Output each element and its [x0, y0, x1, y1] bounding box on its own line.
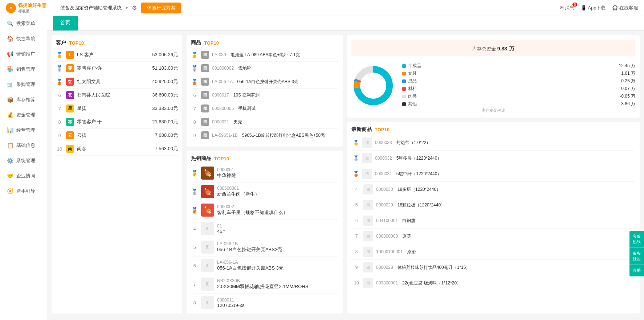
product-info: 01 45# — [217, 223, 338, 234]
customer-amount: 40,925.00元 — [152, 78, 178, 85]
product-name: 封边带（1.0*22） — [396, 140, 634, 146]
sidebar-label-basic: 基础信息 — [16, 142, 35, 149]
sidebar-item-marketing[interactable]: 📢 营销推广 — [0, 46, 47, 62]
product-img-placeholder: 图 — [201, 64, 209, 72]
app-download-button[interactable]: 📱 App下载 — [581, 5, 606, 11]
product-img-placeholder: 图 — [201, 91, 209, 99]
hot-product-row: 4 图 01 45# — [191, 220, 338, 238]
customer-name: 星扬 — [77, 105, 149, 112]
hot-product-row: 5 图 LA-056-1B 056-1B白色按键开关壳ABS2壳 — [191, 238, 338, 257]
sidebar-item-system[interactable]: ⚙️ 系统管理 — [0, 153, 47, 168]
product-code: LA-056-1A — [217, 260, 338, 265]
product-code: 0000028 — [376, 265, 393, 270]
customer-name: 零售客户-于 — [77, 119, 149, 125]
gear-icon[interactable]: ⚙ — [132, 4, 137, 11]
product-image: 图 — [201, 241, 214, 254]
customer-amount: 21,680.00元 — [152, 119, 178, 125]
product-info: 0000011 12070519-xs — [217, 298, 338, 308]
system-name: 装备及固定资产辅助管理系统 — [60, 5, 122, 11]
product-name: 新西兰牛肉（新牛） — [217, 191, 338, 197]
rank-number: 6 — [191, 263, 198, 268]
product-name: 手机测试 — [238, 106, 338, 112]
customer-name: 苍南县人民医院 — [77, 92, 149, 98]
system-selector[interactable]: 装备及固定资产辅助管理系统 ▼ ⚙ — [60, 4, 137, 11]
rank-number: 10 — [56, 146, 63, 152]
rank-number: 8 — [191, 300, 198, 305]
top-right-nav: ✉ 6 消息 📱 App下载 🎧 在线客服 — [560, 5, 638, 11]
new-product-row: 8 图 10000100001 原垄 — [351, 244, 635, 260]
product-img: 图 — [363, 231, 373, 241]
new-product-row: 🥉 图 0000031 5层中纤（1220*2440） — [351, 166, 635, 182]
product-code: 0000030 — [376, 187, 393, 192]
product-img: 图 — [362, 138, 372, 148]
medal-bronze-icon: 🥉 — [191, 207, 198, 214]
sidebar-item-purchase[interactable]: 🛒 采购管理 — [0, 77, 47, 92]
product-code: 000800005 — [212, 106, 234, 111]
product-name: 原垄 — [407, 249, 634, 255]
product-image: 图 — [201, 259, 214, 272]
sidebar-label-operation: 经营管理 — [16, 127, 35, 134]
medal-bronze-icon: 🥉 — [191, 78, 198, 85]
hot-products-panel: 热销商品 TOP10 🥇 🍖 0000001 中华神雕 🥈 🍖 00050000… — [187, 151, 343, 313]
guide-icon: 🧭 — [7, 188, 13, 194]
customer-badge: 云 — [66, 131, 74, 139]
legend-value: 12.45 万 — [619, 63, 635, 69]
hot-product-rows: 🥇 🍖 0000001 中华神雕 🥈 🍖 000500001 新西兰牛肉（新牛）… — [191, 164, 338, 309]
content-area: 客户 TOP10 🥇 L LS 客户 53,006.26元 🥈 零 零售客户-许… — [47, 31, 644, 318]
messages-button[interactable]: ✉ 6 消息 — [560, 5, 575, 11]
new-product-row: 6 图 004100001 白钢垫 — [351, 213, 635, 229]
float-btn-service[interactable]: 客服热线 — [629, 231, 644, 248]
sidebar-label-purchase: 采购管理 — [16, 81, 35, 88]
float-buttons: 客服热线 服务社区 直播 — [629, 231, 644, 276]
sidebar-item-basic[interactable]: 📋 基础信息 — [0, 138, 47, 153]
sidebar-item-finance[interactable]: 💰 资金管理 — [0, 107, 47, 123]
legend-item: 其他 — [402, 101, 421, 107]
hot-product-row: 8 图 0000011 12070519-xs — [191, 294, 338, 309]
legend-dot — [402, 72, 406, 75]
product-code: 0000032 — [375, 156, 392, 161]
sidebar-item-operation[interactable]: 📊 经营管理 — [0, 123, 47, 138]
home-icon: 🏠 — [7, 36, 13, 42]
product-info: LA-056-1A 056-1A白色按键开关盖ABS 3壳 — [217, 260, 338, 271]
purchase-icon: 🛒 — [7, 81, 13, 88]
legend-dot — [402, 64, 406, 68]
rank-number: 8 — [353, 249, 360, 254]
dropdown-arrow-icon: ▼ — [125, 5, 129, 11]
sidebar-item-guide[interactable]: 🧭 新手引导 — [0, 184, 47, 199]
top-bar: ✦ 畅捷通好生意 标准版 装备及固定资产辅助管理系统 ▼ ⚙ 体验行业方案 ✉ … — [0, 0, 644, 16]
sidebar-item-collab[interactable]: 🤝 企业协同 — [0, 168, 47, 184]
customer-badge: 尚 — [66, 145, 74, 153]
sidebar-label-search: 搜索菜单 — [16, 20, 35, 27]
product-name: 056-1B白色按键开关壳ABS2壳 — [217, 246, 338, 253]
right-column: 库存总资金 9.88 万 — [347, 35, 640, 313]
system-icon: ⚙️ — [7, 157, 13, 164]
sell-product-row: 🥈 图 001000002 雪地靴 — [191, 62, 338, 75]
logo: ✦ 畅捷通好生意 标准版 — [6, 2, 53, 14]
trial-button[interactable]: 体验行业方案 — [141, 3, 181, 13]
sidebar-label-inventory: 库存核算 — [16, 97, 35, 103]
sidebar-item-search[interactable]: 🔍 搜索菜单 — [0, 16, 47, 31]
mobile-icon: 📱 — [581, 5, 587, 11]
hot-product-row: 🥉 🍖 0000002 智利车子里（规格不知道填什么） — [191, 201, 338, 220]
legend-value: 0.25 万 — [619, 78, 635, 84]
legend-item: 肉类 — [402, 93, 421, 99]
product-img: 图 — [362, 153, 372, 163]
float-btn-live[interactable]: 直播 — [629, 265, 644, 276]
sidebar-item-sales[interactable]: 🏪 销售管理 — [0, 62, 47, 77]
legend-dot — [402, 87, 406, 91]
customer-row: 8 零 零售客户-于 21,680.00元 — [56, 115, 178, 129]
new-products-header: 最新商品 TOP10 — [351, 126, 635, 133]
online-service-button[interactable]: 🎧 在线客服 — [612, 5, 638, 11]
float-btn-community[interactable]: 服务社区 — [629, 248, 644, 265]
sidebar-item-inventory[interactable]: 📦 库存核算 — [0, 92, 47, 107]
hot-product-row: 6 图 LA-056-1A 056-1A白色按键开关盖ABS 3壳 — [191, 257, 338, 275]
customer-title: 客户 — [56, 40, 66, 46]
product-img: 图 — [363, 278, 373, 288]
sidebar: 🔍 搜索菜单 🏠 快捷导航 📢 营销推广 🏪 销售管理 🛒 采购管理 📦 库存核… — [0, 16, 47, 320]
legend-label: 成品 — [408, 78, 417, 84]
tab-home[interactable]: 首页 — [53, 16, 78, 30]
hot-products-title: 热销商品 — [191, 155, 211, 162]
sidebar-item-quicknav[interactable]: 🏠 快捷导航 — [0, 31, 47, 46]
product-image: 图 — [201, 222, 214, 235]
customer-row: 🥈 零 零售客户-许 51,183.00元 — [56, 62, 178, 75]
